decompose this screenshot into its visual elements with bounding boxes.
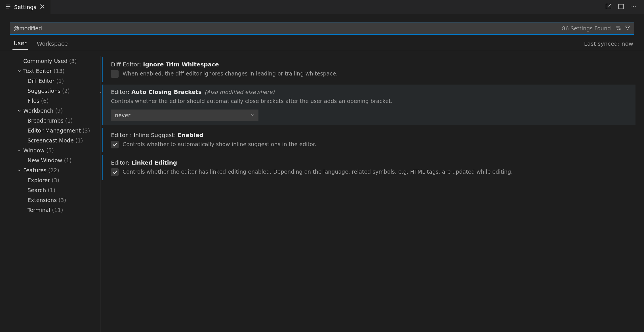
scope-tab-workspace[interactable]: Workspace <box>36 40 69 50</box>
setting-description: Controls whether to automatically show i… <box>123 140 316 148</box>
toc-item-count: (9) <box>55 108 63 114</box>
setting-name: Linked Editing <box>131 159 177 166</box>
settings-search: 86 Settings Found <box>10 22 634 35</box>
editor-actions: ··· <box>605 3 644 11</box>
chevron-down-icon <box>17 108 22 113</box>
toc-item[interactable]: Suggestions(2) <box>15 86 98 96</box>
toc-item-count: (22) <box>48 167 59 173</box>
filter-icon[interactable] <box>624 25 631 32</box>
toc-item[interactable]: Editor Management(3) <box>15 125 98 135</box>
toc-item-count: (2) <box>62 88 70 94</box>
settings-search-input[interactable] <box>12 25 562 32</box>
toc-item-label: Screencast Mode <box>28 137 74 144</box>
setting-select[interactable]: never <box>111 110 258 121</box>
toc-item-label: Editor Management <box>28 127 81 134</box>
toc-item-label: Workbench <box>23 108 53 114</box>
toc-item[interactable]: Commonly Used(3) <box>15 56 98 66</box>
setting-title: Editor: Linked Editing <box>111 159 630 166</box>
setting-note: (Also modified elsewhere) <box>205 89 275 95</box>
chevron-down-icon <box>17 69 22 73</box>
toc-item[interactable]: Breadcrumbs(1) <box>15 115 98 125</box>
toc-item[interactable]: Terminal(11) <box>15 205 98 215</box>
setting-description: Controls whether the editor has linked e… <box>123 168 513 176</box>
toc-item[interactable]: Diff Editor(1) <box>15 76 98 86</box>
setting-title: Editor › Inline Suggest: Enabled <box>111 132 630 138</box>
toc-item-count: (3) <box>82 127 90 134</box>
setting-name: Ignore Trim Whitespace <box>143 61 219 68</box>
toc-item[interactable]: Workbench(9) <box>15 106 98 115</box>
toc-item[interactable]: New Window(1) <box>15 155 98 165</box>
setting-title: Editor: Auto Closing Brackets(Also modif… <box>111 89 630 95</box>
toc-item[interactable]: Screencast Mode(1) <box>15 135 98 145</box>
toc-item-count: (3) <box>52 177 59 183</box>
setting-item[interactable]: Editor: Linked EditingControls whether t… <box>102 155 635 180</box>
toc-item-count: (13) <box>54 68 65 74</box>
toc-item[interactable]: Features(22) <box>15 165 98 175</box>
gear-icon[interactable] <box>100 89 101 96</box>
setting-category: Editor: <box>111 159 131 166</box>
toc-item-label: Extensions <box>28 197 57 203</box>
split-editor-icon[interactable] <box>618 3 624 11</box>
setting-category: Diff Editor: <box>111 61 143 68</box>
toc-item[interactable]: Text Editor(13) <box>15 66 98 76</box>
settings-toc: Commonly Used(3)Text Editor(13)Diff Edit… <box>15 56 100 332</box>
settings-sync-status[interactable]: Last synced: now <box>584 40 634 50</box>
toc-item-count: (5) <box>46 147 54 154</box>
toc-item[interactable]: Files(6) <box>15 96 98 106</box>
settings-tab-icon <box>5 3 11 11</box>
setting-checkbox[interactable] <box>111 70 119 78</box>
toc-item-count: (1) <box>56 78 64 84</box>
setting-item[interactable]: Diff Editor: Ignore Trim WhitespaceWhen … <box>102 57 635 82</box>
open-settings-json-icon[interactable] <box>605 3 612 11</box>
toc-item-label: Commonly Used <box>23 58 68 64</box>
toc-item-label: Diff Editor <box>28 78 54 84</box>
title-tab-bar: Settings ··· <box>0 0 644 14</box>
toc-item-label: Text Editor <box>23 68 52 74</box>
toc-item-label: Search <box>28 187 46 193</box>
toc-item-count: (3) <box>69 58 77 64</box>
tab-settings[interactable]: Settings <box>0 0 50 14</box>
setting-name: Auto Closing Brackets <box>131 89 202 95</box>
scope-tab-user[interactable]: User <box>12 40 28 50</box>
setting-description: When enabled, the diff editor ignores ch… <box>123 70 338 78</box>
toc-item-count: (6) <box>41 98 49 104</box>
toc-item[interactable]: Extensions(3) <box>15 195 98 205</box>
toc-item-count: (1) <box>64 157 71 163</box>
toc-item-label: Terminal <box>28 207 50 213</box>
chevron-down-icon <box>17 148 22 153</box>
more-actions-icon[interactable]: ··· <box>630 3 637 11</box>
toc-item-label: Window <box>23 147 45 154</box>
setting-item[interactable]: Editor: Auto Closing Brackets(Also modif… <box>102 85 635 125</box>
toc-item-label: Suggestions <box>28 88 60 94</box>
chevron-down-icon <box>250 112 254 118</box>
setting-category: Editor: <box>111 89 131 95</box>
setting-category: Editor › Inline Suggest: <box>111 132 178 138</box>
toc-item-count: (3) <box>58 197 66 203</box>
toc-item-count: (1) <box>65 117 73 124</box>
close-tab-icon[interactable] <box>39 3 45 11</box>
chevron-down-icon <box>17 168 22 173</box>
toc-item-label: New Window <box>28 157 62 163</box>
toc-item-count: (11) <box>52 207 63 213</box>
toc-item[interactable]: Explorer(3) <box>15 175 98 185</box>
toc-item-label: Breadcrumbs <box>28 117 64 124</box>
setting-title: Diff Editor: Ignore Trim Whitespace <box>111 61 630 68</box>
setting-description: Controls whether the editor should autom… <box>111 97 630 105</box>
toc-item[interactable]: Search(1) <box>15 185 98 195</box>
toc-item-count: (1) <box>48 187 55 193</box>
settings-found-count: 86 Settings Found <box>562 25 611 31</box>
setting-name: Enabled <box>178 132 203 138</box>
setting-checkbox[interactable] <box>111 141 119 148</box>
toc-item[interactable]: Window(5) <box>15 145 98 155</box>
select-value: never <box>115 112 130 118</box>
setting-item[interactable]: Editor › Inline Suggest: EnabledControls… <box>102 128 635 152</box>
toc-item-label: Explorer <box>28 177 50 183</box>
tab-title: Settings <box>14 4 36 10</box>
toc-item-label: Features <box>23 167 47 173</box>
settings-list: Diff Editor: Ignore Trim WhitespaceWhen … <box>100 56 644 332</box>
settings-scope-tabs: User Workspace Last synced: now <box>0 35 644 50</box>
setting-checkbox[interactable] <box>111 168 119 176</box>
toc-item-count: (1) <box>75 137 83 144</box>
clear-filter-icon[interactable] <box>615 25 621 32</box>
toc-item-label: Files <box>28 98 39 104</box>
